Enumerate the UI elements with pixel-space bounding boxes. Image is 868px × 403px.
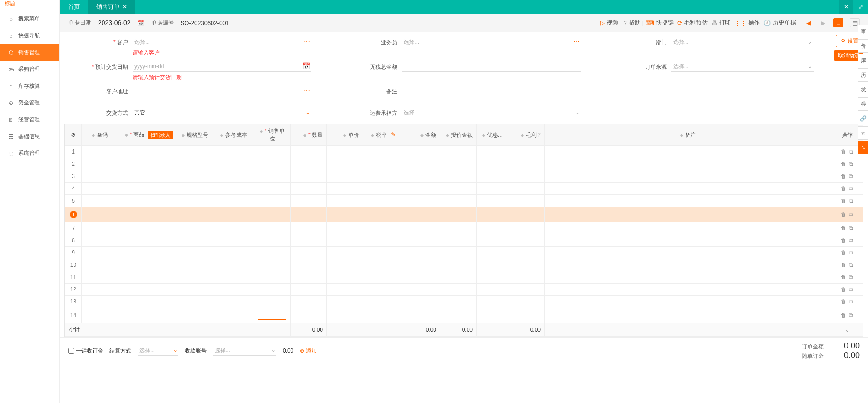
copy-icon[interactable]: ⧉	[848, 249, 853, 256]
addr-more-icon[interactable]: ⋯	[304, 87, 310, 94]
copy-icon[interactable]: ⧉	[848, 198, 853, 204]
department-input[interactable]	[671, 37, 814, 47]
menu-purchase[interactable]: 🛍采购管理	[0, 61, 59, 78]
delete-icon[interactable]: 🗑	[840, 198, 847, 204]
delivery-method-select[interactable]: 其它⌄	[133, 107, 311, 119]
th-settings[interactable]: ⚙	[65, 124, 82, 146]
table-row[interactable]: 9 🗑 ⧉	[65, 247, 863, 259]
th-quote[interactable]: ◆报价金额	[440, 124, 477, 146]
tab-close-all[interactable]: ✕	[839, 0, 853, 14]
calendar-icon[interactable]: 📅	[137, 20, 144, 26]
action-help[interactable]: ?帮助	[621, 19, 642, 27]
menu-finance[interactable]: ⊙资金管理	[0, 95, 59, 111]
scan-badge[interactable]: 扫码录入	[148, 131, 173, 139]
delete-icon[interactable]: 🗑	[840, 173, 847, 179]
action-profit-est[interactable]: ⟳毛利预估	[676, 19, 710, 27]
add-button[interactable]: ⊕添加	[300, 347, 317, 355]
menu-shortcut[interactable]: ⌂快捷导航	[0, 27, 59, 44]
product-input[interactable]	[122, 210, 173, 219]
copy-icon[interactable]: ⧉	[848, 312, 853, 318]
next-doc[interactable]: ▶	[819, 20, 827, 26]
delete-icon[interactable]: 🗑	[840, 161, 847, 167]
delete-icon[interactable]: 🗑	[840, 299, 847, 305]
customer-more-icon[interactable]: ⋯	[304, 38, 310, 45]
ribbon-item[interactable]: 🔗	[858, 112, 868, 125]
unit-input[interactable]	[258, 311, 286, 320]
action-print[interactable]: 🖶打印	[710, 19, 733, 27]
th-profit[interactable]: ◆毛利?	[508, 124, 545, 146]
copy-icon[interactable]: ⧉	[848, 149, 853, 155]
freight-payer-select[interactable]: 选择...⌄	[402, 107, 580, 119]
ribbon-item[interactable]: 审	[858, 25, 868, 38]
ribbon-item[interactable]: 历	[858, 68, 868, 82]
account-select[interactable]: 选择...⌄	[213, 346, 276, 356]
copy-icon[interactable]: ⧉	[848, 274, 853, 280]
delete-icon[interactable]: 🗑	[840, 274, 847, 280]
th-qty[interactable]: ◆数量	[291, 124, 327, 146]
th-remark[interactable]: ◆备注	[545, 124, 831, 146]
chevron-down-icon[interactable]: ⌄	[807, 38, 813, 45]
th-ref-cost[interactable]: ◆参考成本	[213, 124, 254, 146]
menu-basic[interactable]: ☴基础信息	[0, 128, 59, 145]
delete-icon[interactable]: 🗑	[840, 149, 847, 155]
table-row[interactable]: 5 🗑 ⧉	[65, 195, 863, 207]
th-discount[interactable]: ◆优惠...	[477, 124, 508, 146]
copy-icon[interactable]: ⧉	[848, 286, 853, 293]
th-barcode[interactable]: ◆条码	[82, 124, 118, 146]
copy-icon[interactable]: ⧉	[848, 173, 853, 179]
table-row[interactable]: 1 🗑 ⧉	[65, 146, 863, 158]
ribbon-item[interactable]: 发	[858, 83, 868, 96]
delete-icon[interactable]: 🗑	[840, 249, 847, 256]
delete-icon[interactable]: 🗑	[840, 237, 847, 244]
menu-system[interactable]: ◌系统管理	[0, 145, 59, 162]
copy-icon[interactable]: ⧉	[848, 211, 853, 218]
copy-icon[interactable]: ⧉	[848, 225, 853, 231]
table-row[interactable]: 12 🗑 ⧉	[65, 284, 863, 296]
th-amount[interactable]: ◆金额	[399, 124, 440, 146]
menu-operation[interactable]: 🗎经营管理	[0, 111, 59, 128]
help-icon[interactable]: ?	[538, 132, 541, 138]
view-list-icon[interactable]: ≡	[833, 18, 843, 27]
calendar-icon[interactable]: 📅	[302, 62, 310, 70]
customer-addr-input[interactable]	[133, 86, 311, 96]
action-ops[interactable]: ⋮⋮操作	[733, 19, 762, 27]
th-spec[interactable]: ◆规格型号	[177, 124, 213, 146]
table-row[interactable]: 13 🗑 ⧉	[65, 296, 863, 308]
order-source-input[interactable]	[671, 61, 814, 72]
tab-expand[interactable]: ⤢	[853, 0, 868, 14]
menu-sales[interactable]: ⬡销售管理	[0, 44, 59, 61]
tab-home[interactable]: 首页	[60, 0, 88, 14]
tab-sales-order[interactable]: 销售订单✕	[88, 0, 135, 14]
ribbon-item[interactable]: ↘	[858, 141, 868, 154]
delete-icon[interactable]: 🗑	[840, 312, 847, 318]
ribbon-item[interactable]: 价	[858, 39, 868, 53]
action-shortcut[interactable]: ⌨快捷键	[644, 19, 676, 27]
table-row[interactable]: 2 🗑 ⧉	[65, 158, 863, 170]
table-row[interactable]: 14 🗑 ⧉	[65, 308, 863, 323]
menu-inventory[interactable]: ⌂库存核算	[0, 78, 59, 95]
delete-icon[interactable]: 🗑	[840, 185, 847, 192]
table-row[interactable]: 3 🗑 ⧉	[65, 170, 863, 183]
menu-search[interactable]: ⌕搜索菜单	[0, 10, 59, 27]
close-icon[interactable]: ✕	[123, 4, 127, 10]
delete-icon[interactable]: 🗑	[840, 286, 847, 293]
delete-icon[interactable]: 🗑	[840, 262, 847, 268]
th-product[interactable]: ◆商品扫码录入	[118, 124, 177, 146]
table-row[interactable]: 8 🗑 ⧉	[65, 234, 863, 247]
copy-icon[interactable]: ⧉	[848, 185, 853, 192]
notax-total-input[interactable]	[402, 61, 580, 72]
th-price[interactable]: ◆单价	[327, 124, 363, 146]
prev-doc[interactable]: ◀	[804, 20, 813, 26]
remark-input[interactable]	[402, 86, 580, 96]
copy-icon[interactable]: ⧉	[848, 262, 853, 268]
table-row[interactable]: 4 🗑 ⧉	[65, 183, 863, 195]
salesman-more-icon[interactable]: ⋯	[573, 38, 580, 45]
th-unit[interactable]: ◆销售单位	[254, 124, 291, 146]
table-row[interactable]: 11 🗑 ⧉	[65, 271, 863, 284]
delete-icon[interactable]: 🗑	[840, 225, 847, 231]
delivery-date-input[interactable]	[133, 61, 311, 72]
action-video[interactable]: ▷视频	[598, 19, 620, 27]
edit-icon[interactable]: ✎	[391, 131, 395, 138]
settlement-select[interactable]: 选择...⌄	[138, 346, 178, 356]
copy-icon[interactable]: ⧉	[848, 161, 853, 167]
